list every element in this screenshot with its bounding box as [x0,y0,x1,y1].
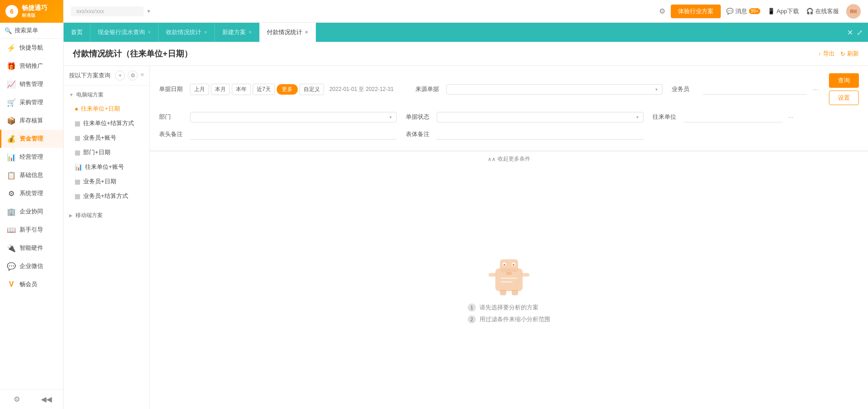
scheme-item-partner-account[interactable]: 📊 往来单位+账号 [64,160,150,174]
scheme-item-staff-settlement[interactable]: ▦ 业务员+结算方式 [64,189,150,203]
scheme-settings-btn[interactable]: ⚙ [128,71,138,81]
tab-new-scheme-close[interactable]: × [249,29,252,35]
doc-status-select[interactable]: ▾ [437,112,644,122]
scheme-item-partner-date[interactable]: ● 往来单位+日期 [64,101,150,116]
svg-point-4 [504,264,505,266]
trial-button[interactable]: 体验行业方案 [671,5,721,18]
empty-state: 1 请先选择要分析的方案 2 用过滤条件来缩小分析范围 [468,252,550,323]
sidebar-item-finance[interactable]: 💰 资金管理 [0,130,63,148]
last-month-btn[interactable]: 上月 [190,84,209,95]
query-button[interactable]: 查询 [829,73,859,88]
desktop-arrow-icon: ▼ [69,92,74,97]
settings-button[interactable]: 设置 [829,91,859,105]
tab-payment-stats-close[interactable]: × [305,29,308,35]
tab-payment-stats[interactable]: 付款情况统计 × [259,23,316,42]
guide-icon: 📖 [7,225,16,234]
topbar-gear-icon[interactable]: ⚙ [659,7,665,15]
body-note-label: 表体备注 [406,130,433,138]
finance-icon: 💰 [7,134,16,143]
sidebar-logo: 6 畅捷通巧 标准版 [0,0,63,23]
sidebar-item-basic[interactable]: 📋 基础信息 [0,166,63,184]
source-doc-arrow-icon: ▾ [655,87,658,92]
address-bar: xxx/xxx/xxx ▾ [71,6,653,16]
messages-btn[interactable]: 💬 消息 99+ [726,7,760,15]
company-icon: 🏢 [7,207,16,216]
doc-status-arrow-icon: ▾ [636,115,639,120]
partner-dots-icon[interactable]: ··· [786,113,795,121]
scheme-item-dept-date[interactable]: ▦ 部门+日期 [64,145,150,160]
tab-cash-flow-close[interactable]: × [148,29,151,35]
address-chevron-icon[interactable]: ▾ [147,8,150,15]
this-year-btn[interactable]: 本年 [232,84,251,95]
tabbar-expand-btn[interactable]: ⤢ [857,28,863,37]
online-service-btn[interactable]: 🎧 在线客服 [806,7,839,15]
marketing-icon: 🎁 [7,61,16,71]
empty-steps: 1 请先选择要分析的方案 2 用过滤条件来缩小分析范围 [468,303,550,323]
salesperson-field: 业务员 ··· [672,84,820,95]
salesperson-dots-icon[interactable]: ··· [811,86,820,93]
filter-area: 单据日期 上月 本月 本年 近7天 更多 自定义 2022-01-01 至 20… [150,66,868,409]
sidebar-settings-btn[interactable]: ⚙ [4,393,30,405]
inventory-icon: 📦 [7,116,16,125]
salesperson-input[interactable] [703,84,808,95]
sidebar-item-member[interactable]: V 畅会员 [0,275,63,293]
sidebar-item-company[interactable]: 🏢 企业协同 [0,202,63,221]
sidebar-item-hardware[interactable]: 🔌 智能硬件 [0,239,63,257]
sidebar-item-quick-nav[interactable]: ⚡ 快捷导航 [0,39,63,57]
sidebar-item-marketing[interactable]: 🎁 营销推广 [0,57,63,75]
tab-cash-flow[interactable]: 现金银行流水查询 × [90,23,159,42]
sidebar-item-inventory[interactable]: 📦 库存核算 [0,111,63,130]
body-note-input[interactable] [437,129,644,140]
scheme-active-icon: ● [75,105,78,112]
data-area: 1 请先选择要分析的方案 2 用过滤条件来缩小分析范围 [150,167,868,409]
scheme-panel: 按以下方案查询 + ⚙ « ▼ 电脑端方案 ● 往来单位+日期 [64,66,150,409]
page-title: 付款情况统计（往来单位+日期） [73,48,192,59]
svg-rect-8 [521,273,529,277]
source-doc-field: 来源单据 ▾ [415,84,663,95]
sidebar-item-sales[interactable]: 📈 销售管理 [0,75,63,93]
sidebar-item-wechat[interactable]: 💬 企业微信 [0,257,63,275]
tab-new-scheme[interactable]: 新建方案 × [215,23,259,42]
scheme-item-partner-settlement[interactable]: ▦ 往来单位+结算方式 [64,116,150,131]
sidebar-collapse-btn[interactable]: ◀◀ [34,393,60,405]
sidebar-item-system[interactable]: ⚙ 系统管理 [0,184,63,202]
scheme-add-btn[interactable]: + [115,71,125,81]
hardware-icon: 🔌 [7,243,16,252]
tab-receipt-stats[interactable]: 收款情况统计 × [159,23,215,42]
collapse-bar[interactable]: ∧∧ 收起更多条件 [150,151,868,167]
tab-receipt-stats-close[interactable]: × [204,29,207,35]
svg-rect-6 [506,272,512,275]
more-btn[interactable]: 更多 [277,84,298,95]
search-menu-item[interactable]: 🔍 搜索菜单 [0,23,63,39]
sidebar-item-guide[interactable]: 📖 新手引导 [0,221,63,239]
user-avatar[interactable]: Rit [846,4,861,19]
export-btn[interactable]: ↑ 导出 [818,50,835,58]
member-icon: V [7,280,16,289]
sales-icon: 📈 [7,80,16,89]
last-7-days-btn[interactable]: 近7天 [253,84,275,95]
dept-select[interactable]: ▾ [190,112,397,122]
scheme-collapse-btn[interactable]: « [140,71,144,81]
export-icon: ↑ [818,50,822,57]
partner-input[interactable] [683,111,783,122]
source-doc-select[interactable]: ▾ [446,84,663,95]
tab-home[interactable]: 首页 [64,23,90,42]
custom-btn[interactable]: 自定义 [299,84,324,95]
this-month-btn[interactable]: 本月 [211,84,230,95]
svg-rect-9 [500,290,506,295]
svg-rect-11 [501,278,517,279]
scheme-group-mobile-title[interactable]: ▶ 移动端方案 [64,209,150,222]
refresh-btn[interactable]: ↻ 刷新 [840,50,859,58]
scheme-item-staff-date[interactable]: ▦ 业务员+日期 [64,174,150,189]
scheme-item-staff-account[interactable]: ▦ 业务员+账号 [64,131,150,145]
search-icon: 🔍 [5,27,12,34]
app-download-btn[interactable]: 📱 App下载 [768,7,799,15]
sidebar-item-purchase[interactable]: 🛒 采购管理 [0,93,63,111]
svg-rect-10 [512,290,518,295]
sidebar-item-operation[interactable]: 📊 经营管理 [0,148,63,166]
tabbar-close-btn[interactable]: ✕ [847,28,853,37]
header-note-input[interactable] [190,129,397,140]
scheme-group-desktop-title[interactable]: ▼ 电脑端方案 [64,88,150,101]
partner-field: 往来单位 ··· [653,111,795,122]
date-label: 单据日期 [159,85,186,93]
